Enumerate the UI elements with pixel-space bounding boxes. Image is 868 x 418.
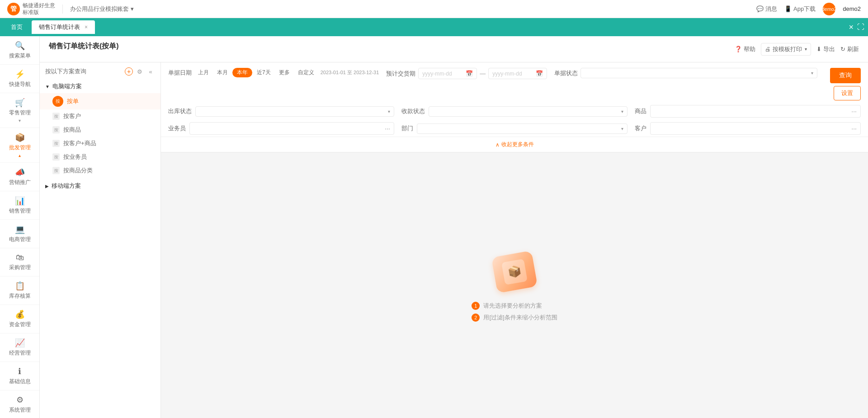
sidebar-item-retail[interactable]: 🛒 零售管理 ▾ <box>0 93 39 128</box>
tab-close-icon[interactable]: × <box>85 24 88 30</box>
expected-date-start[interactable]: yyyy-mm-dd 📅 <box>418 68 477 79</box>
logo-area: 管 畅捷通好生意 标准版 <box>7 2 55 15</box>
scheme-mobile-group-title[interactable]: ▶ 移动端方案 <box>40 179 160 193</box>
scheme-desktop-group-title[interactable]: ▼ 电脑端方案 <box>40 80 160 93</box>
date-separator: — <box>480 70 486 77</box>
payment-select[interactable]: ▾ <box>429 106 627 117</box>
hint-num-1: 1 <box>472 302 480 310</box>
status-cell: 单据状态 ▾ <box>554 68 817 78</box>
hint-num-2: 2 <box>472 314 480 322</box>
sidebar-item-ecommerce[interactable]: 💻 电商管理 <box>0 220 39 248</box>
delivery-cell: 出库状态 ▾ <box>168 105 394 118</box>
more-btn[interactable]: 更多 <box>275 68 293 77</box>
app-title-dropdown[interactable]: 办公用品行业模拟账套 ▾ <box>70 5 134 13</box>
tab-minimize-icon[interactable]: × <box>849 23 854 32</box>
goods-dots-icon: ··· <box>851 108 857 115</box>
goods-input[interactable]: ··· <box>650 105 861 118</box>
scheme-collapse-button[interactable]: « <box>146 67 155 76</box>
retail-icon: 🛒 <box>15 98 25 108</box>
scheme-add-button[interactable]: + <box>124 67 133 76</box>
expected-date-end[interactable]: yyyy-mm-dd 📅 <box>488 68 547 79</box>
export-button[interactable]: ⬇ 导出 <box>816 45 835 53</box>
marketing-icon: 📣 <box>15 167 25 177</box>
scheme-header-buttons: + ⚙ « <box>124 67 155 76</box>
app-download-button[interactable]: 📱 App下载 <box>784 5 816 13</box>
user-avatar[interactable]: demo2 <box>823 3 835 15</box>
salesperson-input[interactable]: ··· <box>189 122 394 135</box>
delivery-select[interactable]: ▾ <box>195 106 394 117</box>
sidebar-item-search[interactable]: 🔍 搜索菜单 <box>0 36 39 65</box>
refresh-icon: ↻ <box>840 46 845 52</box>
print-arrow-icon: ▾ <box>805 47 807 52</box>
scheme-item-by-customer-goods[interactable]: 按 按客户+商品 <box>40 137 160 150</box>
sidebar-item-system[interactable]: ⚙ 系统管理 <box>0 390 39 418</box>
this-month-btn[interactable]: 本月 <box>213 68 231 77</box>
scheme-item-by-category[interactable]: 按 按商品分类 <box>40 164 160 177</box>
date-buttons: 上月 本月 本年 近7天 更多 自定义 <box>194 68 318 77</box>
this-year-btn[interactable]: 本年 <box>232 68 252 77</box>
scheme-mobile-group: ▶ 移动端方案 <box>40 179 160 193</box>
download-icon: 📱 <box>784 5 792 12</box>
scheme-item-by-goods[interactable]: 按 按商品 <box>40 123 160 137</box>
goods-cell: 商品 ··· <box>635 105 861 118</box>
goods-label: 商品 <box>635 107 646 115</box>
tab-sales-order-stats[interactable]: 销售订单统计表 × <box>32 20 95 34</box>
date-range-info: 2023-01-01 至 2023-12-31 <box>321 69 379 76</box>
scheme-goods-icon: 按 <box>52 126 60 133</box>
scheme-collapse-icon: « <box>149 68 152 75</box>
sidebar-item-inventory[interactable]: 📋 库存核算 <box>0 276 39 305</box>
department-select[interactable]: ▾ <box>417 124 627 134</box>
search-icon: 🔍 <box>15 41 25 51</box>
status-select[interactable]: ▾ <box>580 68 817 78</box>
sidebar-nav: 🔍 搜索菜单 ⚡ 快捷导航 🛒 零售管理 ▾ 📦 批发管理 ▴ 📣 营销推广 <box>0 36 39 418</box>
date-range-display: 2023-01-01 至 2023-12-31 <box>321 69 379 76</box>
custom-btn[interactable]: 自定义 <box>294 68 318 77</box>
last-month-btn[interactable]: 上月 <box>194 68 212 77</box>
department-label: 部门 <box>401 124 413 133</box>
sidebar: 🔍 搜索菜单 ⚡ 快捷导航 🛒 零售管理 ▾ 📦 批发管理 ▴ 📣 营销推广 <box>0 36 40 418</box>
delivery-label: 出库状态 <box>168 107 192 115</box>
empty-hint-1: 1 请先选择要分析的方案 <box>472 302 557 310</box>
scheme-settings-button[interactable]: ⚙ <box>135 67 144 76</box>
sidebar-item-marketing[interactable]: 📣 营销推广 <box>0 163 39 191</box>
sidebar-item-business[interactable]: 📈 经营管理 <box>0 333 39 362</box>
settings-button[interactable]: 设置 <box>834 86 861 100</box>
scheme-item-by-salesperson[interactable]: 按 按业务员 <box>40 150 160 164</box>
salesperson-dots-icon: ··· <box>385 125 390 132</box>
message-icon: 💬 <box>756 5 764 12</box>
sidebar-item-basicinfo[interactable]: ℹ 基础信息 <box>0 362 39 390</box>
empty-hints: 1 请先选择要分析的方案 2 用[过滤]条件来缩小分析范围 <box>472 302 557 322</box>
sidebar-item-sales[interactable]: 📊 销售管理 <box>0 191 39 220</box>
sidebar-item-wholesale[interactable]: 📦 批发管理 ▴ <box>0 128 39 163</box>
sidebar-item-quicknav[interactable]: ⚡ 快捷导航 <box>0 65 39 93</box>
delivery-arrow-icon: ▾ <box>388 109 390 114</box>
sidebar-item-finance[interactable]: 💰 资金管理 <box>0 305 39 333</box>
sidebar-item-purchase[interactable]: 🛍 采购管理 <box>0 248 39 276</box>
filter-inner: 单据日期 上月 本月 本年 近7天 更多 自定义 <box>161 62 868 135</box>
scheme-item-by-customer[interactable]: 按 按客户 <box>40 109 160 123</box>
department-arrow-icon: ▾ <box>621 126 623 131</box>
scheme-panel-header: 按以下方案查询 + ⚙ « <box>40 67 160 80</box>
system-icon: ⚙ <box>16 395 24 405</box>
tab-home[interactable]: 首页 <box>4 20 30 34</box>
scheme-desktop-group: ▼ 电脑端方案 按 按单 按 按 <box>40 80 160 177</box>
query-button[interactable]: 查询 <box>830 68 861 83</box>
tab-maximize-icon[interactable]: ⛶ <box>857 23 864 31</box>
message-button[interactable]: 💬 消息 <box>756 5 777 13</box>
print-button[interactable]: 🖨 按模板打印 ▾ <box>761 43 811 56</box>
customer-dots-icon: ··· <box>851 125 857 132</box>
tab-bar: 首页 销售订单统计表 × × ⛶ <box>0 18 868 36</box>
page-header-actions: ❓ 帮助 🖨 按模板打印 ▾ ⬇ 导出 ↻ 刷新 <box>735 43 859 56</box>
scheme-item-by-order[interactable]: 按 按单 <box>40 93 160 109</box>
date-filter-label: 单据日期 <box>168 69 192 77</box>
customer-input[interactable]: ··· <box>650 122 861 135</box>
collapse-bar[interactable]: ∧ 收起更多条件 <box>161 137 868 152</box>
logo-text: 畅捷通好生意 标准版 <box>23 2 55 15</box>
refresh-button[interactable]: ↻ 刷新 <box>840 45 859 53</box>
last7-btn[interactable]: 近7天 <box>253 68 274 77</box>
help-icon: ❓ <box>735 46 742 52</box>
content-area: 销售订单统计表(按单) ❓ 帮助 🖨 按模板打印 ▾ ⬇ 导出 ↻ 刷新 <box>40 36 868 418</box>
help-button[interactable]: ❓ 帮助 <box>735 45 755 53</box>
page-header: 销售订单统计表(按单) ❓ 帮助 🖨 按模板打印 ▾ ⬇ 导出 ↻ 刷新 <box>40 36 868 62</box>
payment-cell: 收款状态 ▾ <box>401 105 627 118</box>
